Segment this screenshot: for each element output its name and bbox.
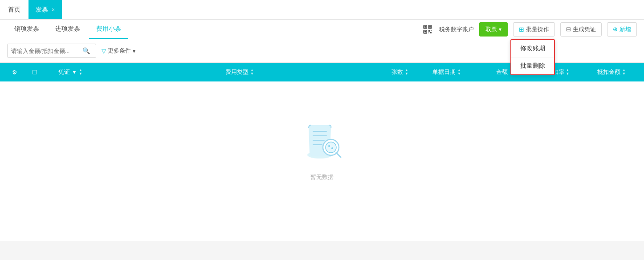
add-icon: ⊕: [613, 26, 618, 32]
th-count-label: 张数: [391, 68, 403, 76]
svg-rect-3: [429, 26, 431, 28]
empty-state-icon: [295, 117, 349, 166]
batch-ops-dropdown: 修改账期 批量删除: [510, 39, 555, 75]
batch-ops-label: 批量操作: [526, 25, 549, 33]
take-ticket-button[interactable]: 取票: [479, 22, 508, 37]
chevron-down-icon: [499, 26, 501, 32]
empty-state: 暂无数据: [0, 81, 644, 208]
th-amount-label: 金额: [496, 68, 508, 76]
checkbox-icon: ☐: [32, 69, 37, 76]
th-count-sort[interactable]: ▲▼: [405, 69, 408, 76]
empty-state-label: 暂无数据: [310, 173, 334, 181]
th-expense-type: 费用类型 ▲▼: [97, 68, 382, 76]
th-count: 张数 ▲▼: [382, 68, 418, 76]
th-voucher-label: 凭证: [58, 68, 70, 76]
toolbar-right: 税务数字账户 取票 ⊞ 批量操作 修改账期 批量删除 ⊟ 生成凭证 ⊕: [421, 22, 637, 37]
home-nav-item[interactable]: 首页: [0, 0, 29, 19]
dropdown-item-batch-delete[interactable]: 批量删除: [511, 57, 554, 74]
main-content: ⚙ ☐ 凭证 ▼ ▲▼ 费用类型 ▲▼ 张数 ▲▼ 单据日期 ▲▼ 金额 ▲▼ …: [0, 63, 644, 241]
svg-line-17: [336, 153, 341, 157]
sub-tab-expense-receipt[interactable]: 费用小票: [89, 20, 128, 39]
gen-voucher-icon: ⊟: [566, 26, 571, 32]
search-icon[interactable]: 🔍: [82, 47, 90, 54]
th-voucher: 凭证 ▼ ▲▼: [44, 68, 97, 76]
more-conditions-label: 更多条件: [108, 47, 131, 55]
batch-ops-button[interactable]: ⊞ 批量操作: [513, 22, 555, 37]
svg-rect-7: [431, 30, 432, 31]
batch-ops-container: ⊞ 批量操作 修改账期 批量删除: [513, 22, 555, 37]
more-conditions-chevron: [133, 48, 135, 54]
qr-icon[interactable]: [421, 23, 434, 36]
svg-point-16: [326, 142, 336, 153]
svg-rect-9: [430, 32, 432, 33]
tax-account-button[interactable]: 税务数字账户: [439, 25, 474, 33]
th-deduct-amount: 抵扣金额 ▲▼: [583, 68, 640, 76]
th-checkbox[interactable]: ☐: [26, 69, 44, 76]
th-deduct-amount-label: 抵扣金额: [597, 68, 620, 76]
gen-voucher-label: 生成凭证: [573, 25, 596, 33]
svg-rect-5: [424, 31, 426, 32]
th-date: 单据日期 ▲▼: [418, 68, 476, 76]
th-settings[interactable]: ⚙: [4, 69, 26, 76]
sub-nav: 销项发票 进项发票 费用小票 税务数字账户 取票: [0, 20, 644, 39]
th-voucher-filter-icon[interactable]: ▼: [72, 69, 77, 75]
svg-point-18: [328, 145, 330, 147]
settings-icon: ⚙: [12, 69, 17, 76]
th-deduct-rate-sort[interactable]: ▲▼: [566, 69, 570, 76]
batch-ops-icon: ⊞: [519, 26, 524, 33]
search-input[interactable]: [11, 48, 82, 54]
th-voucher-sort[interactable]: ▲▼: [79, 69, 82, 76]
invoice-tab[interactable]: 发票 ×: [29, 0, 62, 19]
add-label: 新增: [620, 25, 631, 33]
svg-rect-1: [424, 26, 426, 28]
more-conditions-button[interactable]: ▽ 更多条件: [102, 47, 135, 55]
add-button[interactable]: ⊕ 新增: [607, 22, 637, 37]
svg-rect-6: [428, 30, 430, 32]
th-expense-label: 费用类型: [225, 68, 249, 76]
th-expense-sort[interactable]: ▲▼: [250, 69, 254, 76]
svg-point-19: [331, 147, 333, 149]
sub-tab-purchase-invoice[interactable]: 进项发票: [48, 20, 87, 39]
dropdown-item-change-period[interactable]: 修改账期: [511, 40, 554, 57]
top-nav: 首页 发票 ×: [0, 0, 644, 20]
close-tab-icon[interactable]: ×: [52, 7, 55, 13]
sub-tab-sales-invoice[interactable]: 销项发票: [7, 20, 46, 39]
th-deduct-amount-sort[interactable]: ▲▼: [622, 69, 626, 76]
invoice-tab-label: 发票: [36, 6, 48, 14]
gen-voucher-button[interactable]: ⊟ 生成凭证: [560, 22, 602, 37]
svg-rect-8: [428, 32, 429, 33]
search-box[interactable]: 🔍: [7, 44, 96, 58]
th-date-label: 单据日期: [432, 68, 456, 76]
take-ticket-label: 取票: [485, 25, 497, 33]
filter-icon: ▽: [102, 48, 106, 54]
th-date-sort[interactable]: ▲▼: [457, 69, 461, 76]
